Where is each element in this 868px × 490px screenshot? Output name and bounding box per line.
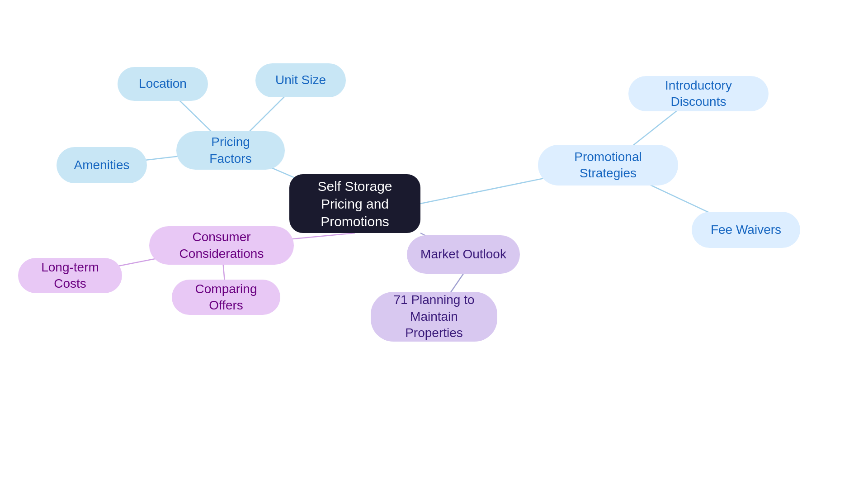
planning-maintain-node[interactable]: 71 Planning to Maintain Properties [371, 292, 497, 342]
comparing-offers-node[interactable]: Comparing Offers [172, 280, 280, 315]
fee-waivers-node[interactable]: Fee Waivers [692, 212, 800, 248]
unit-size-node[interactable]: Unit Size [255, 63, 346, 97]
introductory-discounts-node[interactable]: Introductory Discounts [628, 76, 769, 111]
market-outlook-node[interactable]: Market Outlook [407, 235, 520, 274]
consumer-considerations-node[interactable]: Consumer Considerations [149, 226, 294, 265]
promotional-strategies-node[interactable]: Promotional Strategies [538, 145, 678, 186]
pricing-factors-node[interactable]: Pricing Factors [176, 131, 285, 170]
center-node[interactable]: Self Storage Pricing and Promotions [289, 174, 420, 233]
location-node[interactable]: Location [118, 67, 208, 101]
long-term-costs-node[interactable]: Long-term Costs [18, 258, 122, 293]
amenities-node[interactable]: Amenities [57, 147, 147, 183]
